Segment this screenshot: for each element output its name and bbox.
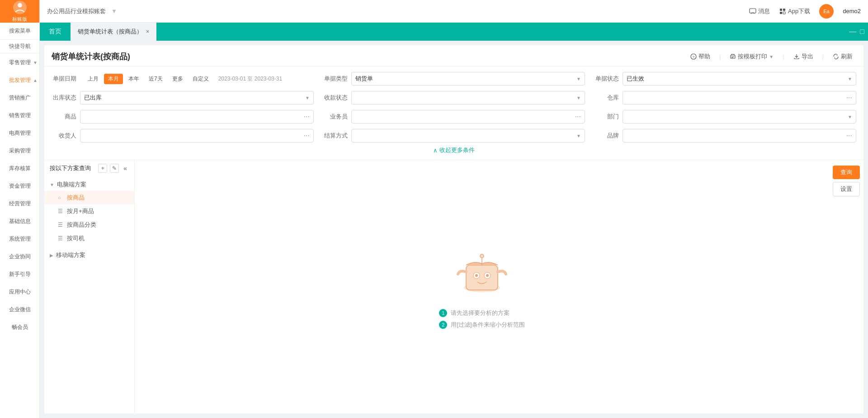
scheme-item-by-product[interactable]: ○ 按商品 bbox=[44, 191, 134, 204]
svg-point-17 bbox=[486, 274, 489, 277]
sidebar-item-collab[interactable]: 企业协同 bbox=[0, 247, 39, 265]
salesperson-input[interactable]: ··· bbox=[351, 110, 585, 124]
doc-type-label: 单据类型 bbox=[323, 75, 348, 83]
message-btn[interactable]: 消息 bbox=[749, 7, 770, 15]
tab-sales-report[interactable]: 销货单统计表（按商品） × bbox=[71, 23, 156, 41]
payment-status-select[interactable]: ▼ bbox=[351, 91, 585, 104]
payment-method-filter: 结算方式 ▼ bbox=[323, 129, 585, 142]
setup-button[interactable]: 设置 bbox=[833, 182, 860, 196]
salesperson-label: 业务员 bbox=[323, 113, 348, 121]
sidebar-item-member[interactable]: 畅会员 bbox=[0, 318, 39, 336]
doc-status-select[interactable]: 已生效 ▼ bbox=[623, 72, 856, 86]
divider3: | bbox=[822, 53, 824, 60]
payment-method-select[interactable]: ▼ bbox=[351, 129, 585, 142]
scheme-item-by-cashier[interactable]: ☰ 按司机 bbox=[44, 232, 134, 245]
date-btn-more[interactable]: 更多 bbox=[168, 74, 187, 84]
page-header: 销货单统计表(按商品) ? 帮助 | 按模板打印 ▼ | 导 bbox=[44, 45, 863, 66]
brand-input[interactable]: ··· bbox=[623, 129, 856, 142]
product-dots[interactable]: ··· bbox=[304, 113, 310, 121]
filter-row-4: 收货人 ··· 结算方式 ▼ bbox=[52, 129, 856, 142]
collapse-btn[interactable]: ∧ 收起更多条件 bbox=[52, 146, 856, 154]
help-btn[interactable]: ? 帮助 bbox=[687, 51, 714, 62]
brand-dots[interactable]: ··· bbox=[846, 132, 852, 140]
warehouse-dots[interactable]: ··· bbox=[846, 94, 852, 102]
sidebar-item-system[interactable]: 系统管理 bbox=[0, 230, 39, 247]
filter-row-2: 出库状态 已出库 ▼ 收款状态 ▼ bbox=[52, 91, 856, 104]
scheme-item-by-month-product[interactable]: ☰ 按月+商品 bbox=[44, 204, 134, 218]
svg-point-1 bbox=[18, 3, 22, 8]
breadcrumb-title: 办公用品行业模拟账套 bbox=[47, 7, 106, 15]
sidebar-logo[interactable]: 标账版 bbox=[0, 0, 39, 23]
scheme-group-mobile-title[interactable]: ▶ 移动端方案 bbox=[44, 249, 134, 261]
empty-state: 1 请先选择要分析的方案 2 用[过滤]条件来缩小分析范围 bbox=[439, 245, 524, 329]
search-menu-label: 搜索菜单 bbox=[9, 28, 31, 34]
top-filters: 单据日期 上月 本月 本年 近7天 更多 自定义 bbox=[44, 66, 863, 160]
sidebar-item-basic[interactable]: 基础信息 bbox=[0, 212, 39, 230]
export-btn[interactable]: 导出 bbox=[790, 51, 817, 62]
sidebar-item-ecommerce[interactable]: 电商管理 bbox=[0, 124, 39, 142]
tip-text-1: 请先选择要分析的方案 bbox=[451, 309, 509, 317]
top-header: 办公用品行业模拟账套 ▼ 消息 App下载 Ea demo2 bbox=[40, 0, 868, 23]
scheme-edit-btn[interactable]: ✎ bbox=[110, 164, 119, 173]
by-product-icon: ○ bbox=[58, 195, 64, 200]
product-input[interactable]: ··· bbox=[80, 110, 314, 124]
svg-rect-6 bbox=[783, 12, 785, 14]
query-button[interactable]: 查询 bbox=[833, 166, 860, 179]
date-btn-this-year[interactable]: 本年 bbox=[124, 74, 143, 84]
sidebar-item-wholesale[interactable]: 批发管理 ▲ bbox=[0, 71, 39, 89]
warehouse-input[interactable]: ··· bbox=[623, 91, 856, 104]
export-icon bbox=[793, 53, 800, 60]
doc-type-select[interactable]: 销货单 ▼ bbox=[351, 72, 585, 86]
tab-home[interactable]: 首页 bbox=[40, 23, 71, 41]
tab-controls: — □ bbox=[845, 28, 868, 36]
sidebar-item-business[interactable]: 经营管理 bbox=[0, 195, 39, 212]
sidebar-search[interactable]: 搜索菜单 bbox=[0, 23, 39, 40]
quick-nav[interactable]: 快捷导航 bbox=[0, 40, 39, 53]
app-download-btn[interactable]: App下载 bbox=[779, 7, 810, 15]
sidebar-item-wechat[interactable]: 企业微信 bbox=[0, 300, 39, 318]
receiver-input[interactable]: ··· bbox=[80, 129, 314, 142]
user-name[interactable]: demo2 bbox=[843, 8, 861, 14]
sidebar-item-retail[interactable]: 零售管理 ▼ bbox=[0, 53, 39, 71]
warehouse-filter: 仓库 ··· bbox=[594, 91, 856, 104]
scheme-add-btn[interactable]: + bbox=[98, 164, 107, 173]
sidebar-item-guide[interactable]: 新手引导 bbox=[0, 265, 39, 283]
print-btn[interactable]: 按模板打印 ▼ bbox=[726, 51, 777, 62]
scheme-collapse-btn[interactable]: « bbox=[122, 165, 129, 172]
refresh-btn[interactable]: 刷新 bbox=[829, 51, 856, 62]
download-icon bbox=[779, 8, 786, 15]
scheme-group-pc-title[interactable]: ▼ 电脑端方案 bbox=[44, 178, 134, 191]
receiver-dots[interactable]: ··· bbox=[304, 132, 310, 140]
main-content: 单据日期 上月 本月 本年 近7天 更多 自定义 bbox=[44, 66, 863, 413]
refresh-icon bbox=[833, 53, 839, 60]
tab-close-btn[interactable]: × bbox=[146, 28, 149, 35]
out-status-select[interactable]: 已出库 ▼ bbox=[80, 91, 314, 104]
out-status-arrow: ▼ bbox=[305, 95, 310, 100]
print-arrow[interactable]: ▼ bbox=[769, 54, 774, 59]
date-btn-7days[interactable]: 近7天 bbox=[145, 74, 167, 84]
sidebar-item-finance[interactable]: 资金管理 bbox=[0, 177, 39, 195]
department-label: 部门 bbox=[594, 113, 619, 121]
date-quick-btns: 上月 本月 本年 近7天 更多 自定义 bbox=[84, 74, 213, 84]
sidebar-item-sales[interactable]: 销售管理 bbox=[0, 106, 39, 124]
sidebar-item-marketing[interactable]: 营销推广 bbox=[0, 89, 39, 106]
sidebar-item-inventory[interactable]: 库存核算 bbox=[0, 159, 39, 177]
svg-rect-10 bbox=[731, 57, 734, 57]
sidebar-item-app[interactable]: 应用中心 bbox=[0, 283, 39, 300]
empty-tip-1: 1 请先选择要分析的方案 bbox=[439, 309, 524, 317]
scheme-item-by-category[interactable]: ☰ 按商品分类 bbox=[44, 218, 134, 232]
receiver-label: 收货人 bbox=[52, 132, 76, 140]
tab-minimize-btn[interactable]: — bbox=[849, 28, 856, 36]
tip-num-1: 1 bbox=[439, 309, 447, 317]
sidebar-item-purchase[interactable]: 采购管理 bbox=[0, 142, 39, 159]
mobile-group-arrow: ▶ bbox=[50, 253, 53, 258]
date-btn-this-month[interactable]: 本月 bbox=[104, 74, 123, 84]
date-btn-custom[interactable]: 自定义 bbox=[189, 74, 213, 84]
department-filter: 部门 ▼ bbox=[594, 110, 856, 124]
department-select[interactable]: ▼ bbox=[623, 110, 856, 124]
collapse-label: 收起更多条件 bbox=[439, 146, 475, 154]
salesperson-dots[interactable]: ··· bbox=[575, 113, 581, 121]
out-status-label: 出库状态 bbox=[52, 94, 76, 102]
tab-maximize-btn[interactable]: □ bbox=[860, 28, 864, 36]
date-btn-prev-month[interactable]: 上月 bbox=[84, 74, 103, 84]
